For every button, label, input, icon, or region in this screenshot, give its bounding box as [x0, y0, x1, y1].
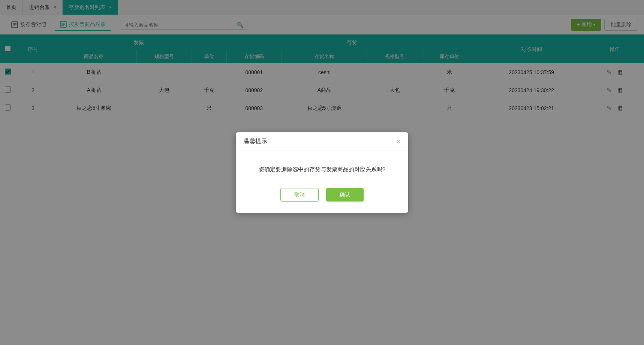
- cancel-button[interactable]: 取消: [280, 188, 319, 202]
- dialog-close-button[interactable]: ×: [397, 138, 401, 145]
- confirm-label: 确认: [340, 191, 350, 197]
- dialog-header: 温馨提示 ×: [236, 132, 408, 151]
- dialog-footer: 取消 确认: [236, 184, 408, 213]
- dialog-title: 温馨提示: [243, 137, 267, 145]
- dialog-message: 您确定要删除选中的存货与发票商品的对应关系吗?: [259, 166, 385, 172]
- dialog-body: 您确定要删除选中的存货与发票商品的对应关系吗?: [236, 151, 408, 184]
- main-content: 按存货对照 按发票商品对照 🔍 + 新增 ▾: [0, 15, 644, 345]
- confirm-button[interactable]: 确认: [326, 188, 364, 202]
- cancel-label: 取消: [294, 191, 305, 197]
- modal-overlay: 温馨提示 × 您确定要删除选中的存货与发票商品的对应关系吗? 取消 确认: [0, 0, 644, 345]
- confirm-dialog: 温馨提示 × 您确定要删除选中的存货与发票商品的对应关系吗? 取消 确认: [236, 132, 408, 213]
